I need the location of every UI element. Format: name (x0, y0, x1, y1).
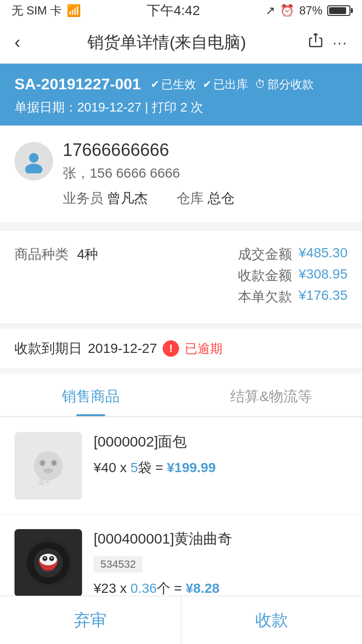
tab-sales-products[interactable]: 销售商品 (0, 373, 181, 416)
order-id: SA-20191227-001 (14, 75, 141, 93)
order-header: SA-20191227-001 ✔ 已生效 ✔ 已出库 ⏱ 部分收款 单据日期：… (0, 64, 362, 126)
product-title-cookie: 黄油曲奇 (174, 531, 232, 546)
product-multiply-cookie: x (120, 581, 131, 596)
product-unit-bread: 袋 (138, 460, 152, 475)
customer-meta: 业务员 曾凡杰 仓库 总仓 (63, 189, 348, 208)
svg-point-8 (43, 468, 53, 473)
product-equals-cookie: = (174, 581, 186, 596)
customer-name: 张，156 6666 6666 (63, 164, 348, 182)
tab-sales-label: 销售商品 (62, 388, 120, 404)
ninja-image (19, 534, 77, 592)
product-thumb-bread: 卖+ (14, 432, 82, 500)
owed-label: 本单欠款 (238, 288, 292, 306)
nav-bar: ‹ 销货单详情(来自电脑) ··· (0, 21, 362, 64)
owed-amount: 本单欠款 ¥176.35 (238, 288, 348, 306)
customer-info: 17666666666 张，156 6666 6666 业务员 曾凡杰 仓库 总… (63, 140, 348, 208)
summary-row: 商品种类 4种 成交金额 ¥485.30 收款金额 ¥308.95 本单欠款 ¥… (14, 245, 348, 309)
owed-value: ¥176.35 (299, 288, 348, 306)
tab-settlement-label: 结算&物流等 (230, 388, 312, 404)
battery-text: 87% (299, 4, 322, 17)
svg-point-2 (25, 164, 42, 173)
share-icon[interactable] (308, 33, 323, 51)
product-details-cookie: [000400001]黄油曲奇 534532 ¥23 x 0.36个 = ¥8.… (94, 529, 348, 598)
check-icon-2: ✔ (203, 78, 211, 91)
svg-point-1 (29, 153, 39, 163)
status-shipped-text: 已出库 (213, 77, 248, 92)
due-date-label: 收款到期日 (14, 339, 82, 358)
product-unit-cookie: 个 (157, 581, 170, 596)
due-date-value: 2019-12-27 (88, 341, 157, 356)
product-total-cookie: ¥8.28 (186, 581, 220, 596)
back-button[interactable]: ‹ (10, 28, 25, 57)
alarm-icon: ⏰ (280, 4, 294, 17)
product-thumb-cookie (14, 529, 82, 597)
check-icon-1: ✔ (151, 78, 159, 91)
more-icon[interactable]: ··· (333, 34, 348, 51)
received-label: 收款金额 (238, 266, 292, 285)
product-tag-cookie: 534532 (94, 556, 142, 573)
warehouse-meta: 仓库 总仓 (177, 189, 235, 208)
warehouse-value: 总仓 (208, 189, 235, 208)
due-section: 收款到期日 2019-12-27 ! 已逾期 (0, 324, 362, 368)
status-effective: ✔ 已生效 (151, 77, 196, 92)
collect-button[interactable]: 收款 (181, 596, 362, 644)
order-header-top: SA-20191227-001 ✔ 已生效 ✔ 已出库 ⏱ 部分收款 (14, 75, 348, 93)
status-partial-text: 部分收款 (267, 77, 314, 92)
carrier-text: 无 SIM 卡 (12, 3, 62, 18)
product-list: 卖+ [0000002]面包 ¥40 x 5袋 = ¥199.99 (0, 418, 362, 613)
overdue-icon: ! (163, 340, 179, 357)
product-code-cookie: [000400001] (94, 531, 174, 546)
overdue-text: 已逾期 (185, 340, 223, 357)
product-unit-price-bread: ¥40 (94, 460, 116, 475)
product-kinds-value: 4种 (77, 247, 98, 262)
warehouse-label: 仓库 (177, 189, 204, 208)
order-meta: 单据日期：2019-12-27 | 打印 2 次 (14, 99, 348, 116)
product-total-bread: ¥199.99 (167, 460, 216, 475)
deal-amount-value: ¥485.30 (299, 245, 348, 264)
salesperson-label: 业务员 (63, 189, 103, 208)
status-shipped: ✔ 已出库 (203, 77, 248, 92)
svg-point-3 (34, 451, 63, 480)
nav-title: 销货单详情(来自电脑) (25, 31, 308, 54)
deal-amount-label: 成交金额 (238, 245, 292, 264)
summary-right: 成交金额 ¥485.30 收款金额 ¥308.95 本单欠款 ¥176.35 (238, 245, 348, 309)
product-price-bread: ¥40 x 5袋 = ¥199.99 (94, 459, 348, 477)
product-code-bread: [0000002] (94, 434, 158, 449)
svg-point-15 (44, 557, 46, 559)
svg-point-16 (51, 557, 53, 559)
status-time: 下午4:42 (147, 1, 200, 20)
salesperson-value: 曾凡杰 (107, 189, 148, 208)
nav-right-buttons: ··· (308, 33, 348, 51)
wifi-icon: 📶 (67, 4, 81, 17)
received-amount: 收款金额 ¥308.95 (238, 266, 348, 285)
customer-phone: 17666666666 (63, 140, 348, 160)
clock-icon: ⏱ (255, 78, 265, 91)
status-bar: 无 SIM 卡 📶 下午4:42 ↗ ⏰ 87% (0, 0, 362, 21)
product-unit-price-cookie: ¥23 (94, 581, 116, 596)
customer-section: 17666666666 张，156 6666 6666 业务员 曾凡杰 仓库 总… (0, 126, 362, 223)
summary-section: 商品种类 4种 成交金额 ¥485.30 收款金额 ¥308.95 本单欠款 ¥… (0, 230, 362, 324)
location-icon: ↗ (265, 4, 275, 17)
product-price-cookie: ¥23 x 0.36个 = ¥8.28 (94, 579, 348, 598)
tabs-bar: 销售商品 结算&物流等 (0, 373, 362, 417)
product-qty-bread: 5 (130, 460, 138, 475)
svg-point-12 (40, 554, 57, 565)
product-kinds: 商品种类 4种 (14, 245, 98, 264)
product-multiply-bread: x (120, 460, 131, 475)
status-partial: ⏱ 部分收款 (255, 77, 314, 92)
product-name-cookie: [000400001]黄油曲奇 (94, 529, 348, 549)
status-effective-text: 已生效 (161, 77, 196, 92)
battery-bar (327, 5, 350, 16)
svg-text:卖+: 卖+ (38, 477, 50, 486)
product-name-bread: [0000002]面包 (94, 432, 348, 452)
svg-point-7 (52, 461, 56, 465)
product-details-bread: [0000002]面包 ¥40 x 5袋 = ¥199.99 (94, 432, 348, 500)
product-equals-bread: = (155, 460, 167, 475)
reject-button[interactable]: 弃审 (0, 596, 181, 644)
bottom-bar: 弃审 收款 (0, 596, 362, 644)
status-badges: ✔ 已生效 ✔ 已出库 ⏱ 部分收款 (151, 77, 314, 92)
battery-fill (329, 7, 346, 14)
tab-settlement[interactable]: 结算&物流等 (181, 373, 362, 416)
product-kinds-label: 商品种类 (14, 247, 69, 262)
product-qty-cookie: 0.36 (130, 581, 157, 596)
